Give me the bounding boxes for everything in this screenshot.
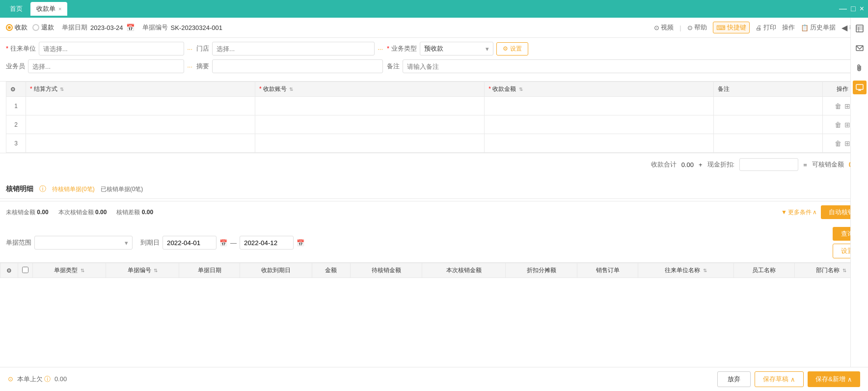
bottom-gear-icon: ⚙ <box>6 267 12 274</box>
table-row: 2 🗑 ⊞ <box>6 115 862 134</box>
print-btn[interactable]: 🖨 打印 <box>756 23 776 32</box>
operation-btn[interactable]: 操作 <box>782 23 795 32</box>
row-2-settlement[interactable] <box>26 115 255 134</box>
staff-input[interactable] <box>28 59 184 73</box>
history-icon: 📋 <box>801 24 809 31</box>
date-icon[interactable]: 📅 <box>126 24 135 31</box>
sidebar-table-icon[interactable] <box>853 22 867 35</box>
row-1-delete-icon[interactable]: 🗑 <box>835 102 841 110</box>
row-3-settlement[interactable] <box>26 134 255 153</box>
minimize-btn[interactable]: — <box>839 4 847 13</box>
range-chevron: ▾ <box>125 239 128 247</box>
row-2-delete-icon[interactable]: 🗑 <box>835 121 841 129</box>
number-label: 单据编号 <box>142 23 168 32</box>
verify-info-icon[interactable]: ⓘ <box>39 185 46 194</box>
notes-label: 备注 <box>387 62 400 71</box>
radio-refund[interactable]: 退款 <box>32 23 54 32</box>
row-1-remark[interactable] <box>714 97 823 115</box>
setting-button[interactable]: ⚙ 设置 <box>496 42 528 56</box>
date-to-input[interactable] <box>240 236 294 250</box>
row-3-copy-icon[interactable]: ⊞ <box>844 140 850 147</box>
range-select[interactable]: ▾ <box>34 236 133 250</box>
save-draft-chevron: ∧ <box>790 376 795 383</box>
history-btn[interactable]: 📋 历史单据 <box>801 23 836 32</box>
tab-list: 首页 收款单 × <box>4 2 67 16</box>
notes-input[interactable] <box>403 59 862 73</box>
print-label: 打印 <box>763 23 776 32</box>
store-field: 门店 ··· <box>196 42 383 56</box>
col-sales-order: 销售订单 <box>577 263 638 278</box>
row-2-account[interactable] <box>255 115 485 134</box>
biz-type-value: 预收款 <box>424 44 443 53</box>
range-filter-group: 单据范围 ▾ <box>6 236 133 250</box>
footer-info-icon2: ⓘ <box>44 375 51 383</box>
row-3-delete-icon[interactable]: 🗑 <box>835 140 841 147</box>
video-btn[interactable]: ⊙ 视频 <box>654 23 674 32</box>
summary-input[interactable] <box>212 59 383 73</box>
row-2-copy-icon[interactable]: ⊞ <box>844 121 850 129</box>
sidebar-screen-icon[interactable] <box>853 81 867 94</box>
setting-label: 设置 <box>510 45 522 53</box>
biz-type-select[interactable]: 预收款 ▾ <box>420 42 493 56</box>
sort-dept[interactable]: ⇅ <box>842 268 846 273</box>
row-1-account[interactable] <box>255 97 485 115</box>
row-1-amount[interactable] <box>485 97 714 115</box>
date-to-icon[interactable]: 📅 <box>297 239 304 247</box>
save-draft-btn[interactable]: 保存草稿 ∧ <box>755 371 804 387</box>
save-new-btn[interactable]: 保存&新增 ∧ <box>808 371 860 387</box>
receipt-refund-toggle: 收款 退款 <box>6 23 54 32</box>
table-gear-header[interactable]: ⚙ <box>6 82 26 97</box>
date-from-input[interactable] <box>163 236 217 250</box>
available-label: 可核销金额 <box>812 160 844 169</box>
number-value: SK-20230324-001 <box>171 24 223 31</box>
prev-icon[interactable]: ◀ <box>841 23 847 32</box>
sort-partner[interactable]: ⇅ <box>703 268 707 273</box>
store-more-icon[interactable]: ··· <box>378 45 383 53</box>
tab-bar: 首页 收款单 × — □ × <box>0 0 868 18</box>
sidebar-clip-icon[interactable] <box>853 61 867 75</box>
partner-more-icon[interactable]: ··· <box>187 45 192 53</box>
verified-tab[interactable]: 已核销单据(0笔) <box>101 185 143 194</box>
row-3-amount[interactable] <box>485 134 714 153</box>
pending-tab[interactable]: 待核销单据(0笔) <box>52 185 95 194</box>
radio-receipt[interactable]: 收款 <box>6 23 27 32</box>
chevron-up-icon: ∧ <box>813 209 817 216</box>
save-new-label: 保存&新增 <box>815 375 845 384</box>
form-row-1: * 往来单位 ··· 门店 ··· * 业务类型 预收款 ▾ <box>6 42 862 56</box>
date-label: 单据日期 <box>62 23 87 32</box>
abandon-btn[interactable]: 放弃 <box>717 371 751 387</box>
maximize-btn[interactable]: □ <box>851 4 856 13</box>
row-2-amount[interactable] <box>485 115 714 134</box>
row-3-remark[interactable] <box>714 134 823 153</box>
tab-close-icon[interactable]: × <box>58 6 61 12</box>
col-doc-num: 单据编号 ⇅ <box>106 263 179 278</box>
close-btn[interactable]: × <box>860 4 864 13</box>
biz-type-chevron: ▾ <box>486 45 489 53</box>
row-3-account[interactable] <box>255 134 485 153</box>
store-input[interactable] <box>212 42 375 56</box>
bottom-gear-header[interactable]: ⚙ <box>0 263 18 278</box>
sort-doc-num[interactable]: ⇅ <box>154 268 158 273</box>
select-all-checkbox[interactable] <box>22 267 28 273</box>
shortcut-btn[interactable]: ⌨ 快捷键 <box>713 22 750 33</box>
summary-field: 摘要 <box>196 59 383 73</box>
more-conditions-btn[interactable]: ▼ 更多条件 ∧ <box>781 208 817 217</box>
partner-input[interactable] <box>39 42 184 56</box>
row-2-remark[interactable] <box>714 115 823 134</box>
sort-doc-type[interactable]: ⇅ <box>81 268 84 273</box>
sidebar-email-icon[interactable] <box>853 41 867 55</box>
date-from-icon[interactable]: 📅 <box>219 239 227 247</box>
discount-input[interactable] <box>739 158 798 171</box>
tab-current[interactable]: 收款单 × <box>30 2 67 16</box>
bottom-checkbox-header[interactable] <box>18 263 33 278</box>
row-1-copy-icon[interactable]: ⊞ <box>844 102 850 110</box>
help-btn[interactable]: ⊙ 帮助 <box>687 23 707 32</box>
radio-refund-label: 退款 <box>41 23 54 32</box>
video-icon: ⊙ <box>654 24 659 31</box>
total-value: 0.00 <box>681 161 694 168</box>
date-dash: — <box>230 239 237 247</box>
staff-more-icon[interactable]: ··· <box>187 63 192 70</box>
row-1-settlement[interactable] <box>26 97 255 115</box>
partner-field: * 往来单位 ··· <box>6 42 192 56</box>
tab-home[interactable]: 首页 <box>4 2 28 16</box>
